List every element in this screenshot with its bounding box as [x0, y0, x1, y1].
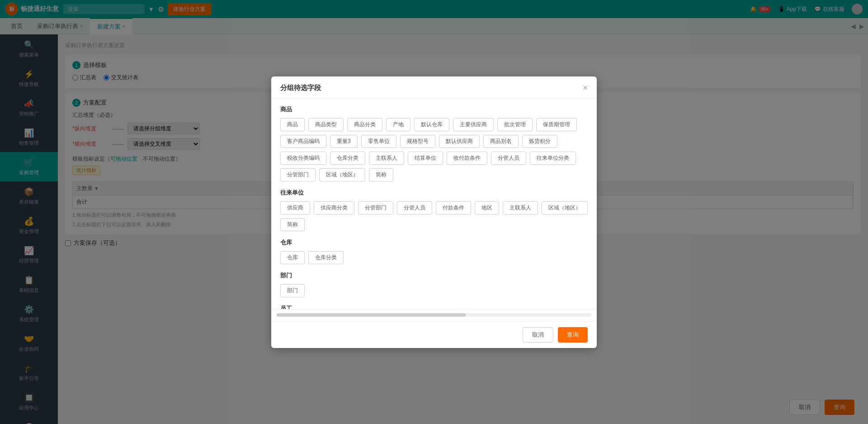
section-employee-title: 员工: [280, 305, 588, 309]
warehouse-field-grid: 仓库 仓库分类: [280, 251, 588, 264]
modal-body: 商品 商品 商品类型 商品分类 产地 默认仓库 主要供应商 批次管理 保质期管理…: [271, 98, 597, 309]
field-region-partner[interactable]: 地区: [475, 201, 499, 214]
field-customer-sku[interactable]: 客户商品编码: [280, 135, 326, 148]
field-supplier-category[interactable]: 供应商分类: [314, 201, 354, 214]
field-origin[interactable]: 产地: [386, 118, 410, 131]
field-settlement-unit[interactable]: 结算单位: [408, 152, 443, 165]
field-default-warehouse[interactable]: 默认仓库: [414, 118, 449, 131]
field-payment-terms-partner[interactable]: 付款条件: [436, 201, 471, 214]
field-short-name-goods[interactable]: 简称: [369, 168, 393, 181]
field-manager-partner[interactable]: 分管人员: [397, 201, 432, 214]
section-dept: 部门 部门: [280, 272, 588, 297]
goods-field-grid: 商品 商品类型 商品分类 产地 默认仓库 主要供应商 批次管理 保质期管理 客户…: [280, 118, 588, 181]
section-partner: 往来单位 供应商 供应商分类 分管部门 分管人员 付款条件 地区 主联系人 区域…: [280, 189, 588, 231]
field-manager[interactable]: 分管人员: [491, 152, 526, 165]
dept-field-grid: 部门: [280, 284, 588, 297]
field-payment-terms[interactable]: 收付款条件: [447, 152, 487, 165]
field-main-contact-partner[interactable]: 主联系人: [503, 201, 538, 214]
field-warehouse-cat[interactable]: 仓库分类: [308, 251, 344, 264]
field-main-contact[interactable]: 主联系人: [369, 152, 404, 165]
field-goods-category[interactable]: 商品分类: [347, 118, 382, 131]
modal-h-scroll-track[interactable]: [277, 313, 591, 317]
section-warehouse: 仓库 仓库 仓库分类: [280, 238, 588, 264]
field-supplier[interactable]: 供应商: [280, 201, 310, 214]
field-region-goods[interactable]: 区域（地区）: [319, 168, 365, 181]
modal-title: 分组待选字段: [280, 84, 321, 92]
field-warehouse-category[interactable]: 仓库分类: [330, 152, 365, 165]
field-partner-category[interactable]: 往来单位分类: [530, 152, 576, 165]
modal-h-scroll-thumb[interactable]: [277, 313, 466, 317]
partner-field-grid: 供应商 供应商分类 分管部门 分管人员 付款条件 地区 主联系人 区域（地区） …: [280, 201, 588, 231]
field-refine-points[interactable]: 炼货积分: [522, 135, 557, 148]
modal-close-button[interactable]: ×: [583, 84, 588, 92]
section-goods: 商品 商品 商品类型 商品分类 产地 默认仓库 主要供应商 批次管理 保质期管理…: [280, 105, 588, 181]
field-dept[interactable]: 部门: [280, 284, 305, 297]
field-batch-mgmt[interactable]: 批次管理: [497, 118, 533, 131]
field-goods-alias[interactable]: 商品别名: [483, 135, 519, 148]
field-tax-code[interactable]: 税收分类编码: [280, 152, 326, 165]
section-warehouse-title: 仓库: [280, 238, 588, 247]
modal-cancel-button[interactable]: 取消: [523, 327, 553, 343]
field-dept-partner[interactable]: 分管部门: [358, 201, 393, 214]
section-dept-title: 部门: [280, 272, 588, 280]
field-short-name-partner[interactable]: 简称: [280, 218, 305, 231]
section-employee: 员工 业务员: [280, 305, 588, 309]
field-goods[interactable]: 商品: [280, 118, 305, 131]
field-goods-type[interactable]: 商品类型: [308, 118, 344, 131]
modal-h-scroll-area: [271, 309, 597, 321]
modal-footer: 取消 查询: [271, 321, 597, 348]
field-area-partner[interactable]: 区域（地区）: [542, 201, 588, 214]
section-goods-title: 商品: [280, 105, 588, 114]
field-warehouse[interactable]: 仓库: [280, 251, 305, 264]
field-default-supplier[interactable]: 默认供应商: [439, 135, 480, 148]
field-select-modal: 分组待选字段 × 商品 商品 商品类型 商品分类 产地 默认仓库 主要供应商 批…: [271, 76, 597, 348]
modal-header: 分组待选字段 ×: [271, 76, 597, 98]
field-dept-managed[interactable]: 分管部门: [280, 168, 316, 181]
field-weight[interactable]: 重量3: [330, 135, 358, 148]
field-main-supplier[interactable]: 主要供应商: [453, 118, 494, 131]
section-partner-title: 往来单位: [280, 189, 588, 197]
field-spec-model[interactable]: 规格型号: [400, 135, 435, 148]
modal-confirm-button[interactable]: 查询: [558, 327, 588, 343]
field-quality-mgmt[interactable]: 保质期管理: [536, 118, 577, 131]
field-retail-unit[interactable]: 零售单位: [361, 135, 396, 148]
